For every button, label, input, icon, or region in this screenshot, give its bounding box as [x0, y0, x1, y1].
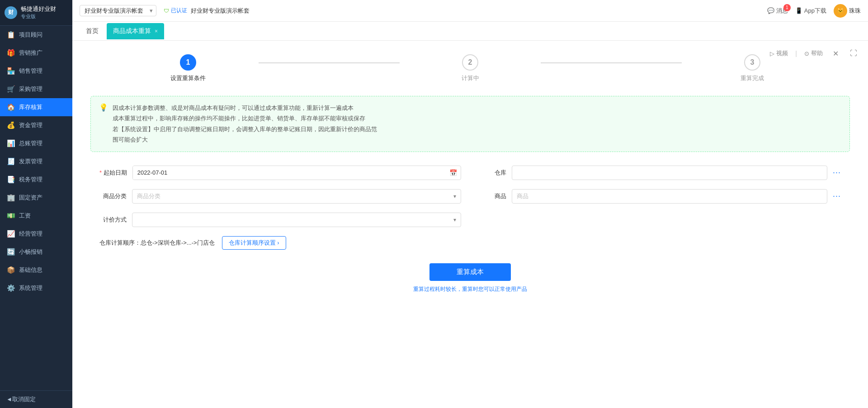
- system-icon: ⚙️: [6, 284, 15, 293]
- logo-name: 畅捷通好业财: [21, 5, 56, 13]
- marketing-icon: 🎁: [6, 48, 15, 57]
- info-line-3: 若【系统设置】中启用了自动调整记账日期时，会调整入库单的整单记账日期，因此重新计…: [113, 124, 377, 134]
- goods-placeholder: 商品: [517, 192, 822, 200]
- pricing-select[interactable]: ▾: [132, 213, 461, 227]
- step-2-label: 计算中: [462, 74, 479, 82]
- category-row: 商品分类 商品分类 ▾: [99, 189, 461, 204]
- recalc-btn[interactable]: 重算成本: [429, 263, 511, 281]
- logo-icon: 财: [5, 6, 17, 19]
- step-1-num: 1: [186, 58, 190, 66]
- sidebar-item-project[interactable]: 📋项目顾问: [0, 26, 72, 44]
- sidebar-item-label-finance: 资金管理: [19, 121, 42, 129]
- inventory-icon: 🏠: [6, 103, 15, 112]
- sidebar-item-label-expense: 小畅报销: [19, 248, 42, 256]
- account-select[interactable]: 好业财专业版演示帐套: [80, 5, 156, 16]
- sidebar-item-invoice[interactable]: 🧾发票管理: [0, 152, 72, 171]
- start-date-row: 起始日期 📅: [99, 166, 461, 180]
- category-arrow: ▾: [453, 193, 456, 199]
- step-3-circle: 3: [744, 54, 760, 71]
- tab-bar: 首页 商品成本重算 ×: [72, 22, 868, 41]
- sidebar-item-assets[interactable]: 🏢固定资产: [0, 189, 72, 207]
- sidebar-item-expense[interactable]: 🔄小畅报销: [0, 243, 72, 261]
- sidebar-item-purchase[interactable]: 🛒采购管理: [0, 80, 72, 98]
- step-line-2: [541, 62, 682, 63]
- warehouse-row: 仓库 ···: [479, 166, 841, 180]
- sidebar-item-label-inventory: 库存核算: [19, 103, 42, 111]
- calendar-icon[interactable]: 📅: [446, 169, 461, 176]
- app-download-btn[interactable]: 📱 App下载: [795, 7, 826, 15]
- start-date-input[interactable]: [133, 166, 446, 180]
- goods-more-btn[interactable]: ···: [833, 191, 841, 201]
- main-area: 好业财专业版演示帐套 ▾ 🛡 已认证 好业财专业版演示帐套 💬 消息 1 📱 A…: [72, 0, 868, 408]
- sidebar-item-label-accounting: 总账管理: [19, 139, 42, 147]
- tax-icon: 📑: [6, 175, 15, 184]
- category-placeholder: 商品分类: [137, 192, 453, 200]
- warehouse-more-btn[interactable]: ···: [833, 168, 841, 177]
- goods-select[interactable]: 商品: [512, 189, 827, 204]
- app-download-label: App下载: [804, 7, 826, 15]
- sidebar-item-label-tax: 税务管理: [19, 176, 42, 184]
- sidebar-item-sales[interactable]: 🏪销售管理: [0, 62, 72, 80]
- tab-recalc[interactable]: 商品成本重算 ×: [107, 23, 164, 39]
- info-box: 💡 因成本计算参数调整、或是对商品成本有疑问时，可以通过成本重算功能，重新计算一…: [90, 96, 850, 152]
- goods-label: 商品: [479, 192, 506, 200]
- sidebar-item-system[interactable]: ⚙️系统管理: [0, 279, 72, 297]
- sidebar-item-label-basic: 基础信息: [19, 266, 42, 274]
- logo-sub: 专业版: [21, 13, 56, 20]
- expense-icon: 🔄: [6, 247, 15, 256]
- sidebar-item-label-assets: 固定资产: [19, 194, 42, 202]
- operation-icon: 📈: [6, 229, 15, 238]
- basic-icon: 📦: [6, 266, 15, 275]
- content-area: ▷ 视频 | ⊙ 帮助 ✕ ⛶ 1 设置重算条件 2: [72, 41, 868, 408]
- accounting-icon: 📊: [6, 139, 15, 148]
- sidebar-item-marketing[interactable]: 🎁营销推广: [0, 44, 72, 62]
- cancel-pin-label: ◄取消固定: [6, 395, 36, 403]
- sidebar-item-salary[interactable]: 💵工资: [0, 207, 72, 225]
- sidebar-item-label-system: 系统管理: [19, 284, 42, 292]
- sales-icon: 🏪: [6, 66, 15, 76]
- tab-home[interactable]: 首页: [80, 23, 105, 39]
- sidebar-item-operation[interactable]: 📈经营管理: [0, 225, 72, 243]
- sidebar-item-basic[interactable]: 📦基础信息: [0, 261, 72, 279]
- step-2-circle: 2: [462, 54, 478, 71]
- bulb-icon: 💡: [99, 103, 108, 112]
- message-btn[interactable]: 💬 消息 1: [767, 7, 788, 15]
- header: 好业财专业版演示帐套 ▾ 🛡 已认证 好业财专业版演示帐套 💬 消息 1 📱 A…: [72, 0, 868, 22]
- step-3-num: 3: [750, 58, 755, 66]
- warehouse-label: 仓库: [479, 169, 506, 177]
- category-select[interactable]: 商品分类 ▾: [132, 189, 461, 204]
- verified-badge: 🛡 已认证: [164, 7, 187, 14]
- sidebar-cancel-pin[interactable]: ◄取消固定: [0, 390, 72, 408]
- start-date-input-wrap[interactable]: 📅: [132, 166, 461, 180]
- sidebar-item-label-sales: 销售管理: [19, 67, 42, 75]
- account-select-wrap[interactable]: 好业财专业版演示帐套 ▾: [80, 5, 156, 16]
- warehouse-order-btn-label: 仓库计算顺序设置 ›: [229, 239, 279, 247]
- step-2-num: 2: [468, 58, 472, 66]
- warehouse-order-label: 仓库计算顺序：总仓->深圳仓库->...->门店仓: [99, 239, 215, 247]
- sidebar-logo: 财 畅捷通好业财 专业版: [0, 0, 72, 26]
- avatar: 🐱: [834, 4, 847, 18]
- sidebar-item-label-project: 项目顾问: [19, 31, 42, 39]
- info-text-block: 因成本计算参数调整、或是对商品成本有疑问时，可以通过成本重算功能，重新计算一遍成…: [113, 103, 377, 145]
- header-actions: 💬 消息 1 📱 App下载 🐱 珠珠: [767, 4, 861, 18]
- sidebar-item-finance[interactable]: 💰资金管理: [0, 116, 72, 134]
- notification-badge: 1: [783, 4, 791, 11]
- start-date-label: 起始日期: [99, 169, 127, 177]
- info-line-2: 成本重算过程中，影响库存账的操作均不能操作，比如进货单、销货单、库存单据不能审核…: [113, 113, 377, 123]
- sidebar-item-accounting[interactable]: 📊总账管理: [0, 134, 72, 152]
- tab-recalc-close[interactable]: ×: [155, 28, 158, 34]
- warehouse-order-btn[interactable]: 仓库计算顺序设置 ›: [222, 236, 286, 250]
- warehouse-select[interactable]: [512, 166, 827, 180]
- verified-text: 已认证: [171, 7, 187, 14]
- step-3: 3 重算完成: [682, 54, 823, 82]
- warehouse-order-row: 仓库计算顺序：总仓->深圳仓库->...->门店仓 仓库计算顺序设置 ›: [90, 236, 850, 250]
- info-line-4: 围可能会扩大: [113, 134, 377, 145]
- tab-home-label: 首页: [86, 27, 99, 35]
- sidebar-item-inventory[interactable]: 🏠库存核算: [0, 98, 72, 116]
- header-account: 好业财专业版演示帐套 ▾ 🛡 已认证 好业财专业版演示帐套: [80, 5, 250, 16]
- user-area[interactable]: 🐱 珠珠: [834, 4, 861, 18]
- phone-icon: 📱: [795, 7, 802, 14]
- pricing-arrow: ▾: [453, 217, 456, 223]
- step-1-circle: 1: [180, 54, 196, 71]
- sidebar-item-tax[interactable]: 📑税务管理: [0, 171, 72, 189]
